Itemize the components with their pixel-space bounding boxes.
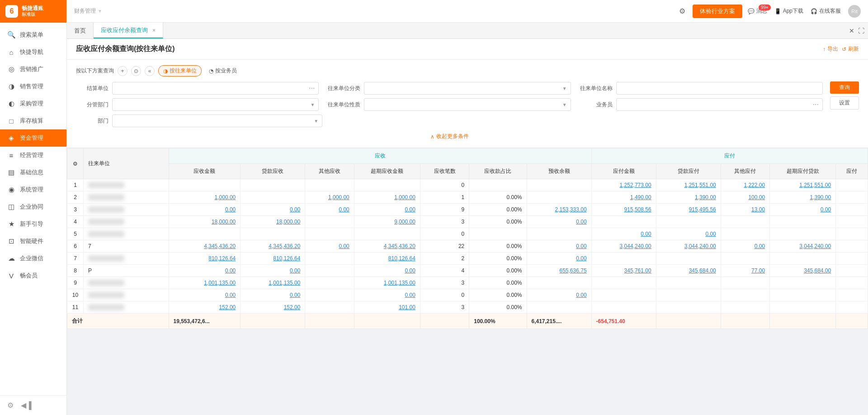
table-cell[interactable]: 0.00 (241, 265, 305, 277)
table-cell[interactable]: 3,044,240.00 (591, 240, 656, 253)
table-cell[interactable]: 0.00 (169, 289, 241, 301)
scheme-by-employee[interactable]: ◔ 按业务员 (204, 65, 241, 76)
table-cell[interactable]: 1,000.00 (305, 191, 354, 204)
table-cell[interactable]: 0.00 (354, 265, 420, 277)
table-cell[interactable]: 4,345,436.20 (241, 240, 305, 253)
tab-close-icon[interactable]: × (152, 27, 156, 33)
sidebar-item-system[interactable]: ◉ 系统管理 (0, 181, 66, 198)
table-cell[interactable]: 1,251,551.00 (656, 179, 721, 191)
table-cell[interactable]: 0.00 (527, 289, 591, 301)
table-cell[interactable]: 1,001,135.00 (354, 277, 420, 289)
scheme-collapse-icon[interactable]: « (145, 66, 155, 76)
dept-select[interactable]: ▼ (112, 114, 322, 127)
table-cell[interactable]: 1,222.00 (721, 179, 769, 191)
table-cell[interactable]: 152.00 (169, 301, 241, 314)
dept-mgr-select[interactable]: ▼ (112, 98, 319, 111)
table-cell[interactable]: 9,000.00 (354, 216, 420, 228)
sidebar-item-basic-info[interactable]: ▤ 基础信息 (0, 164, 66, 181)
sidebar-item-purchase[interactable]: ◐ 采购管理 (0, 95, 66, 112)
table-cell[interactable]: 1,490.00 (591, 191, 656, 204)
table-cell[interactable]: 4,345,436.20 (169, 240, 241, 253)
table-cell[interactable]: 915,495.56 (656, 204, 721, 216)
table-cell[interactable]: 0.00 (305, 240, 354, 253)
sidebar-item-operations[interactable]: ≡ 经营管理 (0, 147, 66, 164)
table-cell[interactable]: 0.00 (241, 289, 305, 301)
table-cell[interactable]: 0.00 (656, 228, 721, 240)
table-cell[interactable]: 0.00 (169, 265, 241, 277)
table-cell[interactable]: 101.00 (354, 301, 420, 314)
table-cell[interactable]: 1,001,135.00 (169, 277, 241, 289)
table-wrapper[interactable]: ⚙ 往来单位 应收 应付 应收金额 贷款应收 其他应收 超期应收金额 应收笔数 (67, 148, 868, 329)
sidebar-item-vip[interactable]: V 畅会员 (0, 267, 66, 284)
table-cell[interactable]: 0.00 (305, 204, 354, 216)
sidebar-item-corp-wechat[interactable]: ☁ 企业微信 (0, 250, 66, 267)
sidebar-item-finance[interactable]: ◈ 资金管理 (0, 129, 66, 147)
table-cell[interactable]: 18,000.00 (241, 216, 305, 228)
app-download-button[interactable]: 📱 App下载 (774, 7, 803, 15)
settings-button[interactable]: 设置 (830, 96, 859, 110)
table-cell[interactable]: 1,000.00 (169, 191, 241, 204)
tabbar-close-icon[interactable]: ✕ (849, 27, 854, 34)
table-cell[interactable]: 810,126.64 (169, 253, 241, 265)
footer-ap-amount[interactable]: -654,751.40 (591, 314, 656, 329)
table-cell[interactable]: 0.00 (721, 240, 769, 253)
table-cell[interactable]: 810,126.64 (354, 253, 420, 265)
export-button[interactable]: ↑ 导出 (823, 45, 838, 53)
salesperson-input[interactable]: ··· (616, 98, 823, 111)
table-cell[interactable]: 0.00 (770, 204, 836, 216)
table-cell[interactable]: 4,345,436.20 (354, 240, 420, 253)
table-cell[interactable]: 77.00 (721, 265, 769, 277)
query-button[interactable]: 查询 (830, 81, 859, 94)
sidebar-item-smart-hw[interactable]: ⊡ 智能硬件 (0, 233, 66, 250)
scheme-by-partner[interactable]: ◑ 按往来单位 (158, 65, 202, 76)
table-cell[interactable]: 345,761.00 (591, 265, 656, 277)
collapse-sidebar-icon[interactable]: ◀▐ (21, 401, 31, 410)
table-cell[interactable]: 152.00 (241, 301, 305, 314)
table-cell[interactable]: 915,508.56 (591, 204, 656, 216)
sidebar-item-guide[interactable]: ★ 新手引导 (0, 215, 66, 233)
sidebar-item-inventory[interactable]: □ 库存核算 (0, 112, 66, 129)
sidebar-item-marketing[interactable]: ◎ 营销推广 (0, 61, 66, 78)
table-cell[interactable]: 1,390.00 (770, 191, 836, 204)
messages-button[interactable]: 💬 消息 99+ (748, 7, 767, 15)
table-cell[interactable]: 345,684.00 (770, 265, 836, 277)
tab-home[interactable]: 首页 (67, 23, 94, 38)
table-cell[interactable]: 1,001,135.00 (241, 277, 305, 289)
table-cell[interactable]: 0.00 (241, 204, 305, 216)
settings-bottom-icon[interactable]: ⚙ (7, 401, 14, 410)
table-cell[interactable]: 0.00 (527, 253, 591, 265)
settlement-unit-input[interactable]: ··· (112, 82, 319, 95)
table-cell[interactable]: 0.00 (354, 204, 420, 216)
refresh-button[interactable]: ↺ 刷新 (842, 45, 859, 53)
table-cell[interactable]: 0.00 (354, 289, 420, 301)
footer-ar-prepay[interactable]: 6,417,215.... (527, 314, 591, 329)
scheme-settings-icon[interactable]: ⊙ (131, 66, 141, 76)
online-service-button[interactable]: 🎧 在线客服 (811, 7, 841, 15)
collapse-more-button[interactable]: ∧ 收起更多条件 (76, 131, 823, 142)
table-cell[interactable]: 3,044,240.00 (656, 240, 721, 253)
tabbar-expand-icon[interactable]: ⛶ (858, 27, 864, 34)
table-cell[interactable]: 1,000.00 (354, 191, 420, 204)
partner-name-input[interactable] (616, 82, 823, 95)
table-cell[interactable]: 100.00 (721, 191, 769, 204)
sidebar-item-quick-nav[interactable]: ⌂ 快捷导航 (0, 43, 66, 61)
add-scheme-button[interactable]: + (118, 66, 127, 76)
table-cell[interactable]: 1,252,773.00 (591, 179, 656, 191)
table-settings-icon[interactable]: ⚙ (73, 161, 78, 167)
table-cell[interactable]: 18,000.00 (169, 216, 241, 228)
table-cell[interactable]: 345,684.00 (656, 265, 721, 277)
sidebar-item-corp-coop[interactable]: ◫ 企业协同 (0, 198, 66, 215)
table-cell[interactable]: 1,390.00 (656, 191, 721, 204)
table-cell[interactable]: 0.00 (527, 240, 591, 253)
table-cell[interactable]: 810,126.64 (241, 253, 305, 265)
user-avatar[interactable]: Rit (848, 5, 861, 18)
footer-ar-amount[interactable]: 19,553,472,6... (169, 314, 241, 329)
tab-ar-ap-balance[interactable]: 应收应付余额查询 × (94, 23, 163, 38)
table-cell[interactable]: 13.00 (721, 204, 769, 216)
sidebar-item-search-menu[interactable]: 🔍 搜索菜单 (0, 26, 66, 43)
table-cell[interactable]: 0.00 (169, 204, 241, 216)
table-cell[interactable]: 0.00 (527, 216, 591, 228)
partner-nature-select[interactable]: ▼ (364, 98, 571, 111)
partner-category-select[interactable]: ▼ (364, 82, 571, 95)
table-cell[interactable]: 655,636.75 (527, 265, 591, 277)
